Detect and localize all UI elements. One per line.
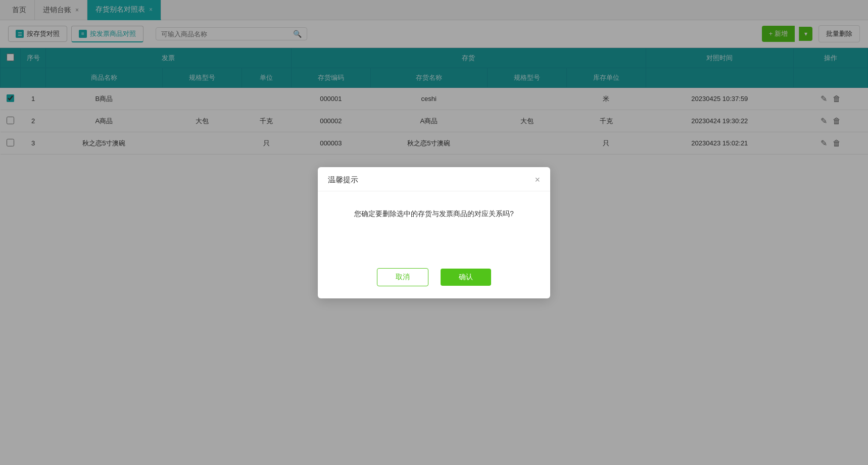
dialog-footer: 取消 确认 <box>318 260 550 298</box>
confirm-dialog: 温馨提示 × 您确定要删除选中的存货与发票商品的对应关系吗? 取消 确认 <box>318 167 550 298</box>
dialog-message: 您确定要删除选中的存货与发票商品的对应关系吗? <box>354 210 514 218</box>
dialog-close-button[interactable]: × <box>535 175 540 184</box>
dialog-header: 温馨提示 × <box>318 167 550 191</box>
dialog-overlay: 温馨提示 × 您确定要删除选中的存货与发票商品的对应关系吗? 取消 确认 <box>0 0 868 465</box>
confirm-button[interactable]: 确认 <box>441 269 491 286</box>
cancel-button[interactable]: 取消 <box>377 268 428 286</box>
dialog-body: 您确定要删除选中的存货与发票商品的对应关系吗? <box>318 191 550 260</box>
dialog-title: 温馨提示 <box>328 175 358 185</box>
